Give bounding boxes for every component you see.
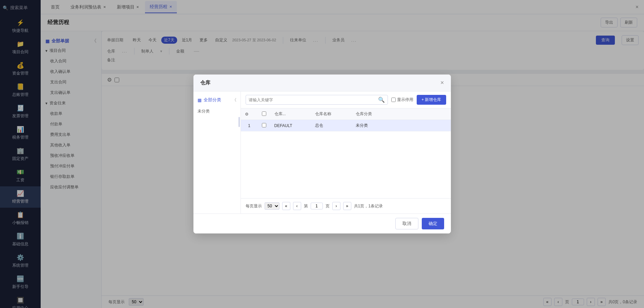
- pagination-page-input[interactable]: [311, 203, 323, 209]
- modal-search-icon[interactable]: 🔍: [378, 97, 385, 103]
- pagination-next-btn[interactable]: ›: [332, 202, 340, 210]
- modal-header: 仓库 ×: [193, 75, 451, 91]
- row-check[interactable]: [258, 120, 270, 131]
- pagination-page-size-select[interactable]: 50: [265, 202, 279, 210]
- modal-search-input[interactable]: [249, 98, 376, 102]
- modal-body: ▦ 全部分类 《 未分类 🔍: [193, 91, 451, 213]
- grid2-icon: ▦: [198, 98, 202, 103]
- confirm-button[interactable]: 确定: [422, 218, 444, 229]
- left-panel-collapse-button[interactable]: 《: [232, 97, 236, 103]
- modal-table-container: ⚙ 仓库... 仓库名称 仓库分类: [241, 108, 451, 198]
- modal-close-button[interactable]: ×: [440, 79, 444, 86]
- col-checkbox-header: [258, 108, 270, 120]
- modal-footer: 取消 确定: [193, 213, 451, 233]
- show-disabled-label[interactable]: 显示停用: [391, 97, 413, 103]
- modal-title: 仓库: [200, 80, 210, 86]
- add-warehouse-button[interactable]: + 新增仓库: [417, 95, 446, 105]
- pagination-last-btn[interactable]: »: [343, 202, 351, 210]
- row-seq: 1: [241, 120, 258, 131]
- col-code-header: 仓库...: [270, 108, 311, 120]
- modal-right-panel: 🔍 显示停用 + 新增仓库 ⚙: [241, 91, 451, 213]
- col-name-header: 仓库名称: [311, 108, 352, 120]
- row-category: 未分类: [352, 120, 451, 131]
- col-settings: ⚙: [241, 108, 258, 120]
- table-select-all[interactable]: [262, 111, 266, 116]
- all-category-label: 全部分类: [204, 97, 221, 103]
- row-code: DEFAULT: [270, 120, 311, 131]
- all-category-header[interactable]: ▦ 全部分类 《: [193, 94, 241, 106]
- cancel-button[interactable]: 取消: [395, 218, 418, 229]
- pagination-page-label: 第: [304, 203, 308, 209]
- pagination-first-btn[interactable]: «: [282, 202, 290, 210]
- pagination-page-size-label: 每页显示: [246, 203, 262, 209]
- pagination-page-suffix: 页: [326, 203, 330, 209]
- warehouse-table: ⚙ 仓库... 仓库名称 仓库分类: [241, 108, 451, 131]
- show-disabled-checkbox[interactable]: [391, 98, 396, 102]
- warehouse-modal: 仓库 × ▦ 全部分类 《 未分类: [193, 75, 451, 233]
- modal-toolbar: 🔍 显示停用 + 新增仓库: [241, 91, 451, 108]
- modal-pagination: 每页显示 50 « ‹ 第 页 › » 共1页，1条记录: [241, 198, 451, 213]
- col-cat-header: 仓库分类: [352, 108, 451, 120]
- pagination-total-info: 共1页，1条记录: [354, 203, 383, 209]
- modal-left-panel: ▦ 全部分类 《 未分类: [193, 91, 241, 213]
- pagination-prev-btn[interactable]: ‹: [293, 202, 301, 210]
- modal-overlay: 仓库 × ▦ 全部分类 《 未分类: [0, 0, 644, 308]
- row-name: 总仓: [311, 120, 352, 131]
- modal-search-box: 🔍: [246, 95, 388, 105]
- uncategorized-item[interactable]: 未分类: [193, 106, 241, 117]
- col-gear-icon: ⚙: [245, 112, 249, 117]
- table-row[interactable]: 1 DEFAULT 总仓 未分类: [241, 120, 451, 131]
